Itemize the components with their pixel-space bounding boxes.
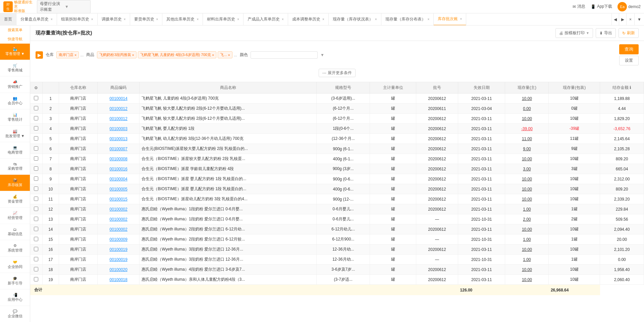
row-qty-main[interactable]: 9.00	[505, 144, 549, 154]
row-code[interactable]: 00100015	[98, 194, 140, 204]
sidebar-item-finance[interactable]: 💰 资金管理	[0, 191, 30, 208]
tab-fenliangpan[interactable]: 分量盘点单历史 ×	[16, 13, 57, 25]
row-code[interactable]: 00100007	[98, 144, 140, 154]
remove-product-tag-2[interactable]: ×	[212, 53, 214, 57]
messages-btn[interactable]: ✉ 消息	[573, 4, 585, 9]
tab-close-icon[interactable]: ×	[237, 17, 239, 21]
sidebar-item-retail-stats[interactable]: 📊 零售统计	[0, 109, 30, 126]
row-code[interactable]: 00100003	[98, 124, 140, 134]
row-checkbox[interactable]	[30, 204, 42, 214]
row-checkbox[interactable]	[30, 154, 42, 164]
remove-product-tag-1[interactable]: ×	[132, 53, 134, 57]
row-checkbox[interactable]	[30, 275, 42, 285]
row-checkbox[interactable]	[30, 214, 42, 224]
tab-zuzhuang[interactable]: 组装拆卸单历史 ×	[57, 13, 98, 25]
sidebar-item-appcenter[interactable]: 📲 应用中心	[0, 289, 30, 306]
row-qty-main[interactable]: 10.00	[505, 114, 549, 124]
sidebar-item-mall[interactable]: 🛒 零售商城	[0, 60, 30, 76]
tab-menu-btn[interactable]: ▼	[634, 13, 644, 25]
row-checkbox[interactable]	[30, 104, 42, 114]
row-qty-main[interactable]: 10.00	[505, 94, 549, 104]
row-checkbox[interactable]	[30, 245, 42, 255]
settings-btn[interactable]: 设置	[619, 56, 639, 65]
col-settings[interactable]: ⚙	[30, 82, 42, 94]
row-code[interactable]: 00100012	[98, 104, 140, 114]
tab-next-btn[interactable]: ▶	[619, 13, 626, 25]
tab-close-icon[interactable]: ×	[282, 17, 284, 21]
sidebar-item-inventory[interactable]: 📦 库存核算	[0, 175, 30, 191]
row-qty-main[interactable]: 10.00	[505, 184, 549, 194]
sidebar-item-operations[interactable]: 📈 经营管理	[0, 208, 30, 224]
row-code[interactable]: 00100019	[98, 245, 140, 255]
row-code[interactable]: 00100012	[98, 114, 140, 124]
row-checkbox[interactable]	[30, 114, 42, 124]
tab-diaob[interactable]: 调拨单历史 ×	[98, 13, 130, 25]
tab-xiancun1[interactable]: 现存量（库存状况表） ×	[329, 13, 381, 25]
tab-qitachuku[interactable]: 其他出库单历史 ×	[162, 13, 203, 25]
tab-close-icon[interactable]: ×	[197, 17, 199, 21]
row-code[interactable]: 00100004	[98, 174, 140, 184]
row-qty-main[interactable]: 10.00	[505, 194, 549, 204]
remove-warehouse-tag[interactable]: ×	[74, 53, 76, 57]
row-qty-main[interactable]: 10.00	[505, 224, 549, 234]
tab-chengpin[interactable]: 产成品入库单历史 ×	[244, 13, 288, 25]
row-checkbox[interactable]	[30, 184, 42, 194]
user-menu[interactable]: Ea demo2	[618, 2, 641, 11]
row-code[interactable]: 00100008	[98, 154, 140, 164]
row-qty-main[interactable]: 1.00	[505, 204, 549, 214]
row-checkbox[interactable]	[30, 134, 42, 144]
tab-close-icon[interactable]: ×	[91, 17, 93, 21]
tab-close-icon[interactable]: ×	[460, 17, 462, 21]
row-checkbox[interactable]	[30, 255, 42, 265]
row-code[interactable]: 00100002	[98, 224, 140, 234]
sidebar-item-wechat[interactable]: 💬 企业微信	[0, 306, 30, 322]
query-btn[interactable]: 查询	[619, 44, 639, 54]
export-btn[interactable]: ⬇ 导出	[596, 28, 616, 38]
sidebar-item-basic[interactable]: 🗂 基础信息	[0, 224, 30, 240]
tab-cailiao[interactable]: 材料出库单历史 ×	[203, 13, 244, 25]
row-code[interactable]: 00100020	[98, 265, 140, 275]
row-checkbox[interactable]	[30, 144, 42, 154]
tab-home[interactable]: 首页	[0, 13, 16, 25]
row-qty-main[interactable]: 1.00	[505, 234, 549, 245]
row-qty-main[interactable]: 11.00	[505, 134, 549, 144]
row-qty-main[interactable]: 3.00	[505, 164, 549, 174]
row-qty-main[interactable]: 10.00	[505, 245, 549, 255]
color-input[interactable]	[251, 51, 318, 59]
row-checkbox[interactable]	[30, 164, 42, 174]
row-qty-main[interactable]: 10.00	[505, 154, 549, 164]
expand-more-btn[interactable]: ⋯ 展开更多条件	[319, 69, 356, 77]
sidebar-item-lingshell[interactable]: 🏪 零售管理 ▼	[0, 44, 30, 60]
app-download-btn[interactable]: 📱 App下载	[591, 4, 612, 9]
row-qty-main[interactable]: 10.00	[505, 275, 549, 285]
account-selector[interactable]: 母婴行业演示账套 ▼	[37, 0, 91, 13]
filter-expand-btn[interactable]: ▶	[36, 51, 43, 59]
row-checkbox[interactable]	[30, 124, 42, 134]
tab-close-icon[interactable]: ×	[51, 17, 53, 21]
sidebar-item-collab[interactable]: 🤝 企业协同	[0, 257, 30, 273]
sidebar-item-member[interactable]: 👥 会员中心	[0, 93, 30, 109]
row-code[interactable]: 00100009	[98, 234, 140, 245]
row-code[interactable]: 00100002	[98, 204, 140, 214]
color-dropdown-icon[interactable]: ▼	[320, 53, 324, 57]
tab-close-icon[interactable]: ×	[124, 17, 126, 21]
sidebar-item-guide[interactable]: 🎓 新手引导	[0, 273, 30, 289]
tab-close-icon[interactable]: ×	[156, 17, 158, 21]
tab-xiancun2[interactable]: 现存量（库存分布表） ×	[381, 13, 434, 25]
row-code[interactable]: 00100018	[98, 275, 140, 285]
row-checkbox[interactable]	[30, 234, 42, 245]
row-qty-main[interactable]: -39.00	[505, 124, 549, 134]
row-qty-main[interactable]: 10.00	[505, 174, 549, 184]
row-code[interactable]: 00100014	[98, 94, 140, 104]
product-dots[interactable]: ...	[234, 53, 237, 57]
tab-close-all-btn[interactable]: ×	[626, 13, 634, 25]
sidebar-quicknav[interactable]: 快捷导航	[0, 35, 30, 44]
warehouse-dots[interactable]: ...	[80, 53, 84, 57]
row-checkbox[interactable]	[30, 265, 42, 275]
refresh-btn[interactable]: ↻ 刷新	[619, 28, 639, 38]
tab-chenben[interactable]: 成本调整单历史 ×	[288, 13, 329, 25]
row-code[interactable]: 00100016	[98, 164, 140, 174]
row-checkbox[interactable]	[30, 174, 42, 184]
row-checkbox[interactable]	[30, 94, 42, 104]
tab-kucun-active[interactable]: 库存批次账 ×	[434, 13, 466, 25]
